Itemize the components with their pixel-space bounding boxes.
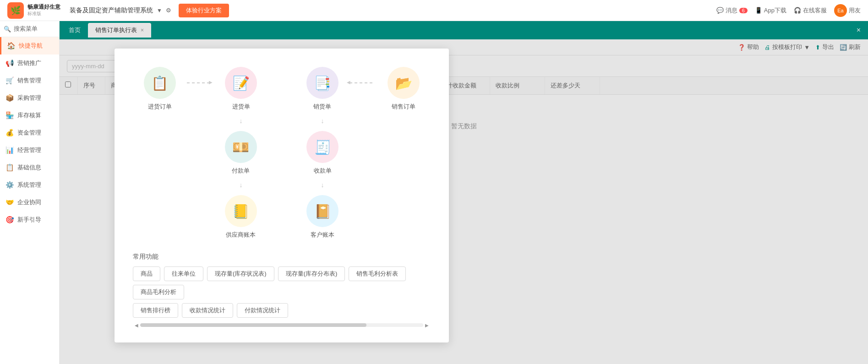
sidebar-item-label: 采购管理 [17, 94, 41, 102]
customer-ledger-icon: 📔 [306, 195, 338, 227]
purchase-order-icon: 📋 [144, 67, 176, 99]
payment-bill-label: 付款单 [232, 167, 250, 175]
logo-area: 🌿 畅康通好生意 标准版 [7, 2, 60, 19]
purchase-icon: 📦 [5, 94, 14, 102]
sidebar-item-marketing[interactable]: 📢 营销推广 [0, 54, 59, 72]
scrollbar-right-btn[interactable]: ▶ [423, 321, 431, 329]
sidebar-item-label: 经营管理 [17, 146, 41, 154]
sidebar-item-label: 系统管理 [17, 181, 41, 189]
supplier-ledger-label: 供应商账本 [226, 231, 256, 239]
finance-icon: 💰 [5, 129, 14, 137]
sidebar-item-label: 快捷导航 [19, 42, 43, 50]
message-icon: 💬 [716, 7, 724, 14]
quick-nav-modal: 📋 进货订单 ▶ 📝 [115, 49, 449, 342]
trial-btn[interactable]: 体验行业方案 [179, 4, 229, 17]
sidebar-item-label: 销售管理 [17, 76, 41, 85]
sidebar-search[interactable]: 🔍 搜索菜单 [0, 21, 59, 37]
scrollbar-track[interactable] [140, 323, 423, 327]
receipt-bill-node[interactable]: 🧾 收款单 [295, 126, 349, 179]
sales-order-label: 销售订单 [392, 103, 415, 111]
sidebar-item-cooperation[interactable]: 🤝 企业协同 [0, 194, 59, 211]
system-dropdown-btn[interactable]: ▼ [157, 7, 162, 14]
sidebar-item-basic-info[interactable]: 📋 基础信息 [0, 159, 59, 176]
payment-bill-node[interactable]: 💴 付款单 [214, 126, 268, 179]
arrow-down-payment: ↓ [214, 179, 268, 190]
payment-bill-icon: 💴 [225, 131, 257, 163]
purchase-bill-icon: 📝 [225, 67, 257, 99]
common-btn-receipt-stats[interactable]: 收款情况统计 [182, 303, 233, 318]
sidebar-item-purchase[interactable]: 📦 采购管理 [0, 89, 59, 107]
arrow-down-purchase-bill: ↓ [214, 115, 268, 126]
basic-info-icon: 📋 [5, 163, 14, 172]
service-icon: 🎧 [794, 7, 801, 14]
download-icon: 📱 [755, 7, 762, 14]
common-functions-section: 常用功能 商品 往来单位 现存量(库存状况表) 现存量(库存分布表) 销售毛利分… [133, 253, 431, 318]
common-btn-product[interactable]: 商品 [133, 266, 160, 281]
flow-row-2: 💴 付款单 🧾 收款单 [133, 126, 431, 179]
arrow-sales-order-to-bill: ◀ [349, 82, 372, 83]
sidebar-item-label: 库存核算 [17, 111, 41, 120]
customer-ledger-label: 客户账本 [311, 231, 334, 239]
logo-sub: 标准版 [27, 11, 60, 17]
common-btns-row1: 商品 往来单位 现存量(库存状况表) 现存量(库存分布表) 销售毛利分析表 商品… [133, 266, 431, 299]
supplier-ledger-node[interactable]: 📒 供应商账本 [214, 190, 268, 244]
common-btn-sales-ranking[interactable]: 销售排行榜 [133, 303, 178, 318]
marketing-icon: 📢 [5, 59, 14, 67]
sales-order-node[interactable]: 📂 销售订单 [377, 62, 431, 115]
online-service-btn[interactable]: 🎧 在线客服 [794, 6, 827, 15]
settings-btn[interactable]: ⚙ [162, 4, 175, 17]
purchase-order-label: 进货订单 [148, 103, 172, 111]
app-download-btn[interactable]: 📱 App下载 [755, 6, 786, 15]
common-functions-title: 常用功能 [133, 253, 431, 261]
sidebar-item-finance[interactable]: 💰 资金管理 [0, 124, 59, 141]
system-name: 装备及固定资产辅助管理系统 [70, 6, 153, 15]
flow-row-3: 📒 供应商账本 📔 客户账本 [133, 190, 431, 244]
sidebar-item-inventory[interactable]: 🏪 库存核算 [0, 107, 59, 124]
flow-arrows-row-1: ↓ ↓ [133, 115, 431, 126]
flow-arrows-row-2: ↓ ↓ [133, 179, 431, 190]
sidebar-item-label: 企业协同 [17, 198, 41, 206]
sidebar-item-newbie[interactable]: 🎯 新手引导 [0, 211, 59, 228]
purchase-bill-node[interactable]: 📝 进货单 [214, 62, 268, 115]
common-btn-payment-stats[interactable]: 付款情况统计 [237, 303, 288, 318]
common-btn-partner[interactable]: 往来单位 [164, 266, 203, 281]
operations-icon: 📊 [5, 146, 14, 154]
common-btn-product-gross[interactable]: 商品毛利分析 [133, 285, 184, 299]
sidebar-item-system[interactable]: ⚙️ 系统管理 [0, 176, 59, 194]
common-btns-row2: 销售排行榜 收款情况统计 付款情况统计 [133, 303, 431, 318]
avatar: Ea [834, 4, 847, 17]
arrow-down-receipt: ↓ [295, 179, 349, 190]
system-icon: ⚙️ [5, 181, 14, 189]
receipt-bill-label: 收款单 [314, 167, 332, 175]
scrollbar-left-btn[interactable]: ◀ [133, 321, 140, 329]
sidebar-item-sales[interactable]: 🛒 销售管理 [0, 72, 59, 89]
newbie-icon: 🎯 [5, 216, 14, 224]
sales-order-icon: 📂 [388, 67, 420, 99]
content-area: 首页 销售订单执行表 × × ❓ 帮助 🖨 按模板打印 ▼ [60, 21, 868, 364]
common-btn-sales-gross[interactable]: 销售毛利分析表 [349, 266, 406, 281]
search-icon: 🔍 [4, 26, 11, 33]
sidebar-item-label: 新手引导 [17, 216, 41, 224]
customer-ledger-node[interactable]: 📔 客户账本 [295, 190, 349, 244]
logo-icon: 🌿 [7, 2, 24, 19]
arrow-purchase-to-bill: ▶ [187, 82, 210, 83]
sidebar-item-operations[interactable]: 📊 经营管理 [0, 141, 59, 159]
top-right: 💬 消息 6 📱 App下载 🎧 在线客服 Ea 用友 [716, 4, 861, 17]
main-area: 🔍 搜索菜单 🏠 快捷导航 📢 营销推广 🛒 销售管理 📦 采购管理 🏪 [0, 21, 868, 364]
sidebar-item-label: 资金管理 [17, 129, 41, 137]
sales-bill-label: 销货单 [313, 103, 331, 111]
sales-icon: 🛒 [5, 76, 14, 85]
user-menu-btn[interactable]: Ea 用友 [834, 4, 861, 17]
top-bar: 🌿 畅康通好生意 标准版 装备及固定资产辅助管理系统 ▼ ⚙ 体验行业方案 💬 … [0, 0, 868, 21]
sales-bill-icon: 📑 [306, 67, 338, 99]
message-badge: 6 [739, 8, 748, 13]
scrollbar-thumb [140, 323, 366, 327]
app-container: 🌿 畅康通好生意 标准版 装备及固定资产辅助管理系统 ▼ ⚙ 体验行业方案 💬 … [0, 0, 868, 364]
message-btn[interactable]: 💬 消息 6 [716, 6, 748, 15]
common-btn-stock-status[interactable]: 现存量(库存状况表) [207, 266, 274, 281]
flow-diagram: 📋 进货订单 ▶ 📝 [133, 62, 431, 244]
sidebar-item-quick-nav[interactable]: 🏠 快捷导航 [0, 37, 59, 54]
purchase-order-node[interactable]: 📋 进货订单 [133, 62, 187, 115]
common-btn-stock-dist[interactable]: 现存量(库存分布表) [278, 266, 345, 281]
sales-bill-node[interactable]: 📑 销货单 [295, 62, 349, 115]
